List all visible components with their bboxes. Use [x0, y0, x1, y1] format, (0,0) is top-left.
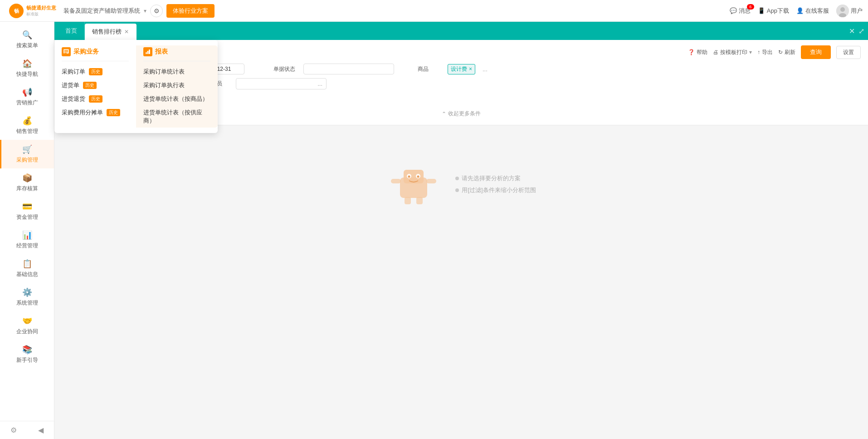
system-name: 装备及固定资产辅助管理系统 — [63, 7, 140, 15]
tab-maximize-icon[interactable]: ⤢ — [858, 27, 864, 35]
avatar — [836, 5, 849, 17]
doc-status-select[interactable] — [303, 64, 394, 74]
dropdown-item-report-4[interactable]: 进货单统计表（按供应商） — [143, 106, 210, 128]
collapse-label: 收起更多条件 — [448, 110, 481, 118]
report-3-label: 进货单统计表（按商品） — [143, 95, 208, 103]
tab-close-window-icon[interactable]: ✕ — [849, 27, 855, 35]
print-arrow-icon: ▾ — [749, 49, 752, 55]
sidebar-item-enterprise[interactable]: 🤝 企业协同 — [0, 311, 54, 340]
sidebar-item-operation[interactable]: 📊 经营管理 — [0, 226, 54, 254]
sidebar-item-guide[interactable]: 📚 新手引导 — [0, 340, 54, 369]
refresh-icon: ↻ — [778, 49, 783, 55]
goods-tag-close-icon[interactable]: × — [469, 66, 472, 72]
tab-close-icon[interactable]: ✕ — [124, 29, 129, 35]
sidebar-item-sales[interactable]: 💰 销售管理 — [0, 111, 54, 140]
dropdown-item-report-1[interactable]: 采购订单统计表 — [143, 65, 210, 79]
dropdown-item-purchase-order[interactable]: 采购订单 历史 — [62, 65, 129, 79]
dropdown-item-report-3[interactable]: 进货单统计表（按商品） — [143, 92, 210, 106]
empty-illustration — [386, 162, 441, 207]
user-label: 用户 — [851, 7, 863, 15]
svg-rect-11 — [405, 197, 411, 204]
settings-button[interactable]: 设置 — [836, 46, 861, 59]
salesman-input[interactable]: ... — [236, 78, 327, 89]
dropdown-arrow-icon[interactable]: ▾ — [144, 8, 146, 14]
logo-badge: 标准版 — [26, 11, 56, 17]
dropdown-item-incoming[interactable]: 进货单 历史 — [62, 79, 129, 92]
dropdown-item-expense[interactable]: 采购费用分摊单 历史 — [62, 106, 129, 119]
export-label: 导出 — [762, 49, 773, 56]
purchase-order-label: 采购订单 — [62, 68, 85, 76]
inventory-icon: 📦 — [22, 173, 32, 183]
empty-state: 请先选择要分析的方案 用[过滤]条件来缩小分析范围 — [54, 125, 868, 243]
svg-rect-19 — [146, 52, 147, 54]
expense-history-badge: 历史 — [107, 109, 120, 116]
user-menu-button[interactable]: 用户 — [836, 5, 863, 17]
app-download-button[interactable]: 📱 App下载 — [758, 7, 789, 15]
online-service-button[interactable]: 👤 在线客服 — [796, 7, 829, 15]
service-label: 在线客服 — [805, 7, 829, 15]
svg-rect-20 — [147, 51, 149, 54]
hint-dot-1 — [455, 177, 459, 180]
sidebar-bottom: ⚙ ◀ — [0, 421, 54, 439]
sidebar-item-inventory[interactable]: 📦 库存核算 — [0, 168, 54, 197]
basic-icon: 📋 — [22, 259, 32, 269]
help-label: 帮助 — [697, 49, 707, 56]
sidebar-collapse-icon[interactable]: ◀ — [38, 426, 44, 434]
sidebar-settings-icon[interactable]: ⚙ — [10, 426, 17, 434]
purchase-col-title: 采购业务 — [62, 45, 129, 61]
sidebar-label-enterprise: 企业协同 — [16, 328, 38, 335]
dropdown-item-return[interactable]: 进货退货 历史 — [62, 92, 129, 106]
print-icon: 🖨 — [713, 49, 718, 55]
sales-icon: 💰 — [22, 116, 32, 126]
help-button[interactable]: ❓ 帮助 — [688, 49, 707, 56]
system-icon: ⚙️ — [22, 287, 32, 297]
return-history-badge: 历史 — [89, 95, 102, 103]
svg-rect-6 — [404, 170, 424, 183]
sidebar-item-purchase[interactable]: 🛒 采购管理 — [0, 140, 54, 168]
hint-dot-2 — [455, 188, 459, 192]
industry-button[interactable]: 体验行业方案 — [166, 4, 215, 18]
print-button[interactable]: 🖨 按模板打印 ▾ — [713, 49, 752, 56]
sidebar-item-nav[interactable]: 🏠 快捷导航 — [0, 54, 54, 83]
report-col-title: 报表 — [143, 45, 210, 61]
purchase-title-icon — [62, 47, 71, 56]
tab-bar: 首页 销售排行榜 ✕ ✕ ⤢ — [54, 22, 868, 40]
export-icon: ↑ — [757, 49, 760, 55]
tab-home[interactable]: 首页 — [58, 22, 85, 40]
tab-bar-right: ✕ ⤢ — [849, 27, 864, 35]
query-button[interactable]: 查询 — [801, 45, 831, 59]
logo-icon: 畅 — [9, 4, 24, 18]
sidebar-item-marketing[interactable]: 📢 营销推广 — [0, 83, 54, 111]
sidebar-item-system[interactable]: ⚙️ 系统管理 — [0, 283, 54, 311]
svg-rect-21 — [149, 49, 150, 54]
phone-icon: 📱 — [758, 7, 765, 14]
empty-hint-2: 用[过滤]条件来缩小分析范围 — [455, 186, 536, 194]
incoming-label: 进货单 — [62, 81, 79, 89]
dropdown-item-report-2[interactable]: 采购订单执行表 — [143, 79, 210, 92]
goods-tag: 设计费 × — [448, 64, 475, 74]
sidebar-label-purchase: 采购管理 — [16, 156, 38, 164]
topbar: 畅 畅捷通好生意 标准版 装备及固定资产辅助管理系统 ▾ ⚙ 体验行业方案 💬 … — [0, 0, 868, 22]
tab-sales-rank[interactable]: 销售排行榜 ✕ — [85, 24, 137, 40]
hint-text-2: 用[过滤]条件来缩小分析范围 — [462, 186, 536, 194]
empty-text: 请先选择要分析的方案 用[过滤]条件来缩小分析范围 — [455, 174, 536, 194]
purchase-order-history-badge: 历史 — [89, 68, 102, 75]
goods-tag-text: 设计费 — [451, 65, 467, 73]
svg-text:畅: 畅 — [14, 8, 19, 14]
svg-point-10 — [417, 176, 419, 178]
service-icon: 👤 — [796, 7, 804, 14]
refresh-button[interactable]: ↻ 刷新 — [778, 49, 795, 56]
collapse-up-icon: ⌃ — [442, 111, 446, 117]
sidebar-label-system: 系统管理 — [16, 299, 38, 307]
goods-more-dots[interactable]: ... — [483, 66, 488, 73]
sidebar-item-search[interactable]: 🔍 搜索菜单 — [0, 25, 54, 54]
report-col-title-text: 报表 — [155, 48, 168, 56]
gear-button[interactable]: ⚙ — [150, 5, 163, 17]
sidebar-item-finance[interactable]: 💳 资金管理 — [0, 197, 54, 226]
export-button[interactable]: ↑ 导出 — [757, 49, 773, 56]
message-button[interactable]: 💬 消息 6 — [730, 7, 751, 15]
svg-rect-12 — [416, 197, 423, 204]
guide-icon: 📚 — [22, 345, 32, 355]
dropdown-columns: 采购业务 采购订单 历史 进货单 历史 进货退货 历史 采购费用分摊单 历史 — [54, 45, 218, 128]
sidebar-item-basic[interactable]: 📋 基础信息 — [0, 254, 54, 283]
